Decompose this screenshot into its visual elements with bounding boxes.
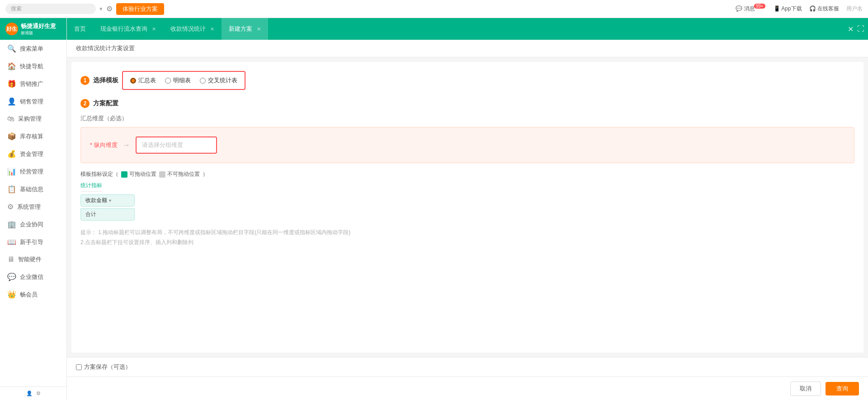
support-link[interactable]: 🎧 在线客服 bbox=[809, 5, 839, 13]
sidebar-item-quick-nav[interactable]: 🏠快捷导航 bbox=[0, 57, 66, 75]
cancel-button[interactable]: 取消 bbox=[790, 381, 821, 396]
stats-title: 统计指标 bbox=[80, 182, 102, 192]
radio-summary[interactable]: 汇总表 bbox=[130, 76, 156, 85]
sidebar-item-hardware[interactable]: 🖥智能硬件 bbox=[0, 251, 66, 268]
step2-header: 2 方案配置 bbox=[80, 99, 854, 108]
sidebar: 好生 畅捷通好生意 标准版 🔍搜索菜单🏠快捷导航🎁营销推广👤销售管理🛍采购管理📦… bbox=[0, 18, 67, 400]
hint-line2: 2.点击标题栏下拉可设置排序、插入列和删除列 bbox=[80, 238, 854, 248]
step2-title: 方案配置 bbox=[93, 99, 118, 108]
message-badge: 99+ bbox=[754, 4, 765, 9]
sidebar-icon-wechat: 💬 bbox=[7, 273, 16, 281]
radio-detail-label: 明细表 bbox=[173, 76, 191, 85]
content-area: 首页现金银行流水查询✕收款情况统计✕新建方案✕ ✕ ⛶ 收款情况统计方案设置 1… bbox=[67, 18, 868, 400]
dimension-select[interactable]: 请选择分组维度 bbox=[136, 136, 217, 154]
step2-badge: 2 bbox=[80, 99, 90, 108]
tab-close-collection-stats[interactable]: ✕ bbox=[210, 26, 214, 32]
logo-text: 畅捷通好生意 标准版 bbox=[21, 22, 56, 36]
sidebar-label-hardware: 智能硬件 bbox=[18, 255, 42, 264]
hint-text: 提示： 1.拖动标题栏可以调整布局，不可跨维度或指标区域拖动栏目字段(只能在同一… bbox=[80, 228, 854, 247]
sidebar-bottom-icon1[interactable]: 👤 bbox=[26, 391, 33, 396]
sidebar-label-member: 畅会员 bbox=[20, 291, 38, 299]
sidebar-label-marketing: 营销推广 bbox=[20, 80, 43, 88]
page-header: 收款情况统计方案设置 bbox=[67, 40, 868, 57]
draggable-label: 可拖动位置 bbox=[129, 170, 156, 178]
radio-detail[interactable]: 明细表 bbox=[165, 76, 191, 85]
template-selector: 汇总表 明细表 交叉统计表 bbox=[122, 71, 245, 90]
tab-bank-query[interactable]: 现金银行流水查询✕ bbox=[93, 18, 163, 40]
sidebar-item-enterprise[interactable]: 🏢企业协同 bbox=[0, 216, 66, 233]
sidebar-item-basic[interactable]: 📋基础信息 bbox=[0, 180, 66, 198]
sidebar-item-system[interactable]: ⚙系统管理 bbox=[0, 198, 66, 216]
step1-section: 1 选择模板 汇总表 明细表 bbox=[80, 71, 854, 90]
sidebar-icon-sales: 👤 bbox=[7, 97, 16, 106]
metrics-dropdown-icon: ▾ bbox=[109, 198, 111, 203]
sidebar-icon-system: ⚙ bbox=[7, 202, 14, 211]
step1-header: 1 选择模板 汇总表 明细表 bbox=[80, 71, 854, 90]
sidebar-item-search-menu[interactable]: 🔍搜索菜单 bbox=[0, 40, 66, 57]
top-bar: 搜索 ▾ ⚙ 体验行业方案 💬 消息99+ 📱 App下载 🎧 在线客服 用户名 bbox=[0, 0, 868, 18]
save-label: 方案保存（可选） bbox=[84, 363, 131, 371]
sidebar-item-marketing[interactable]: 🎁营销推广 bbox=[0, 75, 66, 93]
main-layout: 好生 畅捷通好生意 标准版 🔍搜索菜单🏠快捷导航🎁营销推广👤销售管理🛍采购管理📦… bbox=[0, 18, 868, 400]
tab-bar-actions: ✕ ⛶ bbox=[848, 25, 868, 33]
radio-cross[interactable]: 交叉统计表 bbox=[200, 76, 237, 85]
sidebar-label-enterprise: 企业协同 bbox=[20, 221, 43, 229]
tab-home[interactable]: 首页 bbox=[67, 18, 93, 40]
metrics-total: 合计 bbox=[80, 208, 135, 221]
sidebar-label-operation: 经营管理 bbox=[20, 168, 43, 176]
sidebar-icon-quick-nav: 🏠 bbox=[7, 62, 16, 71]
sidebar-icon-capital: 💰 bbox=[7, 150, 16, 158]
close-paren: ） bbox=[203, 170, 208, 178]
sidebar-label-quick-nav: 快捷导航 bbox=[20, 62, 43, 71]
sidebar-icon-purchase: 🛍 bbox=[7, 115, 14, 123]
dimension-arrow-icon: → bbox=[123, 141, 130, 149]
sidebar-icon-operation: 📊 bbox=[7, 167, 16, 176]
sidebar-label-search-menu: 搜索菜单 bbox=[20, 45, 43, 53]
save-checkbox-label[interactable]: 方案保存（可选） bbox=[76, 363, 131, 371]
maximize-icon[interactable]: ⛶ bbox=[857, 25, 864, 33]
tab-collection-stats[interactable]: 收款情况统计✕ bbox=[163, 18, 222, 40]
trial-button[interactable]: 体验行业方案 bbox=[116, 3, 164, 15]
close-all-tabs-icon[interactable]: ✕ bbox=[848, 25, 854, 33]
page-title: 收款情况统计方案设置 bbox=[76, 45, 135, 52]
sidebar-item-capital[interactable]: 💰资金管理 bbox=[0, 145, 66, 163]
tab-new-plan[interactable]: 新建方案✕ bbox=[222, 18, 268, 40]
search-box[interactable]: 搜索 bbox=[5, 4, 96, 14]
sidebar-items: 🔍搜索菜单🏠快捷导航🎁营销推广👤销售管理🛍采购管理📦库存核算💰资金管理📊经营管理… bbox=[0, 40, 66, 303]
tab-label-collection-stats: 收款情况统计 bbox=[170, 25, 206, 33]
metrics-tag-revenue[interactable]: 收款金额 ▾ bbox=[80, 194, 135, 207]
message-link[interactable]: 💬 消息99+ bbox=[736, 5, 766, 13]
sidebar-item-member[interactable]: 👑畅会员 bbox=[0, 286, 66, 303]
sidebar-bottom-icon2[interactable]: ⚙ bbox=[36, 391, 41, 396]
sidebar-icon-search-menu: 🔍 bbox=[7, 44, 16, 53]
query-button[interactable]: 查询 bbox=[826, 382, 859, 395]
sidebar-label-system: 系统管理 bbox=[17, 203, 41, 211]
sidebar-item-guide[interactable]: 📖新手引导 bbox=[0, 233, 66, 251]
sidebar-bottom: 👤 ⚙ bbox=[0, 386, 66, 400]
sidebar-item-inventory[interactable]: 📦库存核算 bbox=[0, 127, 66, 145]
sidebar-icon-guide: 📖 bbox=[7, 238, 16, 246]
user-avatar[interactable]: 用户名 bbox=[846, 5, 863, 13]
tabs-container: 首页现金银行流水查询✕收款情况统计✕新建方案✕ bbox=[67, 18, 268, 40]
sidebar-item-operation[interactable]: 📊经营管理 bbox=[0, 163, 66, 180]
dropdown-arrow-icon: ▾ bbox=[99, 5, 103, 12]
sidebar-icon-enterprise: 🏢 bbox=[7, 220, 16, 229]
sidebar-icon-hardware: 🖥 bbox=[7, 255, 14, 264]
tab-close-bank-query[interactable]: ✕ bbox=[152, 26, 156, 32]
download-link[interactable]: 📱 App下载 bbox=[774, 5, 802, 13]
sidebar-item-purchase[interactable]: 🛍采购管理 bbox=[0, 110, 66, 127]
sidebar-icon-inventory: 📦 bbox=[7, 132, 16, 141]
save-checkbox[interactable] bbox=[76, 364, 82, 370]
sidebar-label-inventory: 库存核算 bbox=[20, 132, 43, 141]
sidebar-icon-marketing: 🎁 bbox=[7, 80, 16, 88]
tab-label-new-plan: 新建方案 bbox=[229, 25, 252, 33]
bottom-action-bar: 取消 查询 bbox=[67, 376, 868, 400]
sidebar-item-sales[interactable]: 👤销售管理 bbox=[0, 93, 66, 110]
gear-icon[interactable]: ⚙ bbox=[106, 5, 113, 13]
step1-badge: 1 bbox=[80, 76, 90, 85]
form-container: 1 选择模板 汇总表 明细表 bbox=[71, 62, 863, 353]
tab-close-new-plan[interactable]: ✕ bbox=[257, 26, 261, 32]
step1-title: 选择模板 bbox=[93, 76, 118, 85]
sidebar-item-wechat[interactable]: 💬企业微信 bbox=[0, 268, 66, 286]
config-section: 汇总维度（必选） * 纵向维度 → 请选择分组维度 bbox=[80, 114, 854, 247]
